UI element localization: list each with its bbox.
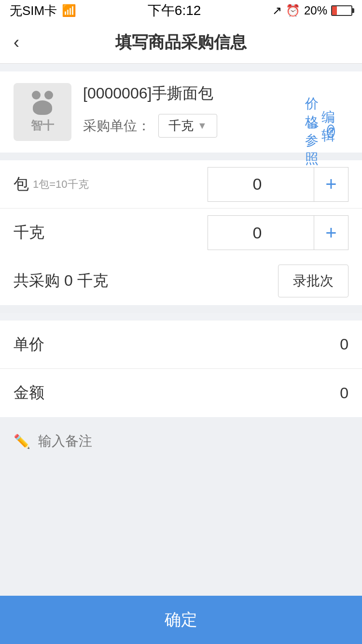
kg-input-row: 千克 + xyxy=(0,209,362,257)
price-value: 0 xyxy=(340,336,348,353)
price-section: 单价 0 金额 0 xyxy=(0,321,362,417)
amount-row: 金额 0 xyxy=(0,369,362,417)
unit-arrow-icon: ▼ xyxy=(197,120,207,131)
bag-input-wrap: + xyxy=(208,167,348,202)
location-icon: ↗ xyxy=(272,4,282,17)
unit-selector[interactable]: 千克 ▼ xyxy=(158,114,217,138)
owl-label: 智十 xyxy=(31,118,54,133)
price-row: 单价 0 xyxy=(0,321,362,369)
price-ref-button[interactable]: 价格参照 ? xyxy=(305,95,335,168)
kg-input-wrap: + xyxy=(208,215,348,250)
bag-sub: 1包=10千克 xyxy=(33,177,89,192)
product-code: [0000006] xyxy=(83,84,152,102)
nav-bar: ‹ 填写商品采购信息 xyxy=(0,21,362,64)
summary-unit: 千克 xyxy=(77,272,108,289)
unit-label: 采购单位： xyxy=(83,117,151,135)
status-time: 下午6:12 xyxy=(148,1,201,20)
kg-label: 千克 xyxy=(14,222,44,243)
owl-body xyxy=(33,100,52,115)
summary-text: 共采购 0 千克 xyxy=(14,270,108,292)
wifi-icon: 📶 xyxy=(62,4,76,17)
bag-label: 包 xyxy=(14,174,29,195)
owl-eyes xyxy=(32,91,53,99)
status-left: 无SIM卡 📶 xyxy=(10,2,76,19)
summary-section: 共采购 0 千克 录批次 xyxy=(0,257,362,305)
carrier-label: 无SIM卡 xyxy=(10,2,57,19)
product-title: 手撕面包 xyxy=(152,84,213,102)
kg-plus-button[interactable]: + xyxy=(314,215,348,250)
input-section: 包 1包=10千克 + 千克 + xyxy=(0,160,362,257)
product-logo: 智十 xyxy=(31,91,54,133)
battery-icon xyxy=(331,5,352,16)
price-label: 单价 xyxy=(14,334,44,355)
battery-fill xyxy=(332,6,337,15)
summary-amount: 0 xyxy=(64,272,73,289)
divider-2 xyxy=(0,305,362,313)
alarm-icon: ⏰ xyxy=(286,4,300,17)
confirm-label: 确定 xyxy=(165,609,197,631)
back-button[interactable]: ‹ xyxy=(14,32,19,53)
owl-eye-right xyxy=(44,91,53,99)
owl-eye-left xyxy=(32,91,41,99)
kg-quantity-input[interactable] xyxy=(208,215,314,250)
confirm-bar[interactable]: 确定 xyxy=(0,596,362,644)
product-card: 智十 [0000006]手撕面包 采购单位： 千克 ▼ ✏ 编辑 价格参照 ? xyxy=(0,71,362,153)
summary-prefix: 共采购 xyxy=(14,272,60,289)
status-bar: 无SIM卡 📶 下午6:12 ↗ ⏰ 20% xyxy=(0,0,362,21)
bag-plus-button[interactable]: + xyxy=(314,167,348,202)
price-ref-icon: ? xyxy=(327,125,335,138)
product-image: 智十 xyxy=(14,83,71,141)
amount-label: 金额 xyxy=(14,382,44,404)
batch-button[interactable]: 录批次 xyxy=(278,265,348,297)
remark-icon: ✏️ xyxy=(14,434,30,449)
price-ref-label: 价格参照 xyxy=(305,95,324,168)
unit-value: 千克 xyxy=(168,117,194,134)
page-title: 填写商品采购信息 xyxy=(115,31,247,54)
status-right: ↗ ⏰ 20% xyxy=(272,4,352,17)
bag-quantity-input[interactable] xyxy=(208,167,314,202)
amount-value: 0 xyxy=(340,384,348,402)
battery-percent: 20% xyxy=(304,4,327,17)
remark-section: ✏️ xyxy=(0,417,362,465)
remark-input[interactable] xyxy=(38,434,348,449)
